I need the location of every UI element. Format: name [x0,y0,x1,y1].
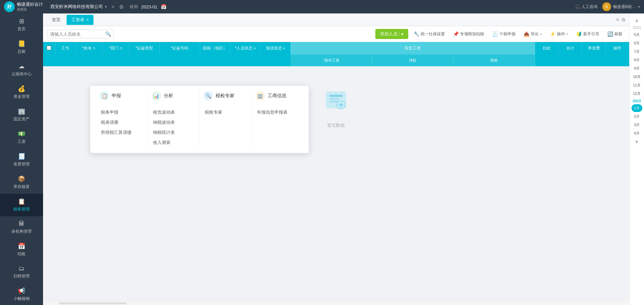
export-icon: 📤 [524,31,529,37]
window-close-button[interactable]: × [616,17,619,23]
month-item-12[interactable]: 12月 [632,90,642,98]
month-item-6[interactable]: 6月 [632,39,642,47]
sidebar-label-invoice: 发票管理 [13,161,30,167]
sidebar-item-inventory[interactable]: 📦 库存核算 [0,171,43,194]
special-deduct-label: 专项附加扣除 [460,31,484,37]
name-sort-icon[interactable]: ⇅ [93,46,96,50]
user-info[interactable]: B 畅捷通B组… ▾ [602,2,640,11]
support-button[interactable]: 🎧 人工咨询 [575,4,598,10]
sidebar-item-close[interactable]: 📅 结账 [0,238,43,261]
company-selector[interactable]: 西安虾米网络科技有限公司 ▾ [50,4,107,10]
dropdown-item-income-calc[interactable]: 收入测算 [152,138,195,148]
th-status: *人员状态 ▾ [230,42,260,54]
th-dept: *部门 ⇅ [102,42,129,54]
tax-report-icon: 🧾 [492,31,498,37]
panel-up-arrow[interactable]: ▲ [633,16,641,24]
dropdown-item-tax-table[interactable]: 税表清册 [100,117,143,127]
refresh-button[interactable]: 🔄 刷新 [605,30,625,39]
sidebar-item-funds[interactable]: 💰 资金管理 [0,81,43,104]
tab-close-icon[interactable]: × [86,17,89,22]
month-item-8[interactable]: 8月 [632,56,642,64]
guide-button[interactable]: 🔰 新手引导 [573,30,602,39]
sidebar-item-cloud[interactable]: ☁ 云报表中心 [0,59,43,81]
month-item-4[interactable]: 4月 [632,129,642,137]
calendar-icon[interactable]: 📅 [161,4,166,9]
month-item-1[interactable]: 1月 [632,104,642,112]
dropdown-item-tax-check-expert[interactable]: 税检专家 [203,107,247,117]
horizontal-scrollbar[interactable] [43,301,629,305]
month-item-10[interactable]: 10月 [632,73,642,81]
main-layout: ⊞ 首页 📒 总账 ☁ 云报表中心 💰 资金管理 🏢 固定资产 💵 工资 🧾 发… [0,13,644,305]
panel-down-arrow[interactable]: ▼ [633,138,641,146]
th-empty-spacer2 [535,54,629,66]
sidebar-label-multi-org: 多机构管理 [11,229,32,234]
special-deduct-button[interactable]: 📌 专项附加扣除 [450,30,487,39]
export-chevron-icon: ▾ [540,32,542,36]
sidebar-item-multi-org[interactable]: 🏛 多机构管理 [0,216,43,238]
send-status-filter-icon[interactable]: ▾ [283,46,285,50]
tab-bar: 首页 工资表 × × ⧉ [43,13,629,26]
app-sub: 旗舰版 [17,7,43,12]
sidebar-item-ledger[interactable]: 📒 总账 [0,36,43,59]
month-item-5[interactable]: 5月 [632,31,642,39]
month-item-7[interactable]: 7月 [632,48,642,55]
assets-icon: 🏢 [18,108,25,115]
add-person-button[interactable]: 添加人员 ▾ [375,29,408,39]
sidebar-item-archive[interactable]: 🗂 归档管理 [0,261,43,283]
dropdown-header-taxcheck: 🔍 税检专家 [203,91,247,103]
taxcheck-title: 税检专家 [216,93,234,99]
month-item-9[interactable]: 9月 [632,65,642,72]
tab-wage-table-label: 工资表 [71,17,84,23]
window-restore-button[interactable]: ⧉ [622,17,625,23]
empty-text: 暂无数据 [327,122,345,128]
month-item-11[interactable]: 11月 [632,81,642,89]
month-item-3[interactable]: 3月 [632,121,642,129]
tab-wage-table[interactable]: 工资表 × [67,15,93,25]
tax-report-button[interactable]: 🧾 个税申报 [490,30,518,39]
shenba-icon: 📋 [100,91,109,101]
dropdown-item-annual-report[interactable]: 年报信息申报表 [256,107,300,117]
shenba-title: 申报 [112,93,121,99]
user-chevron-icon: ▾ [638,5,640,9]
select-all-checkbox[interactable] [47,46,51,50]
dropdown-item-tax-stat[interactable]: 纳税统计表 [152,127,195,138]
guide-label: 新手引导 [583,31,599,37]
table-container: 工号 *姓名 ⇅ *部门 ⇅ *证鉴类型 *证鉴号码 国籍（地区） *人员状态 … [43,42,629,301]
sidebar-label-close: 结账 [17,251,26,257]
sidebar-item-invoice[interactable]: 🧾 发票管理 [0,149,43,171]
social-security-button[interactable]: 🔧 统一社保设置 [411,30,448,39]
tax-icon: 📋 [18,198,25,205]
month-item-2[interactable]: 2月 [632,113,642,120]
th-cert-type: *证鉴类型 [129,42,159,54]
home-icon: ⊞ [19,17,24,25]
dropdown-item-tax-declare[interactable]: 税务申报 [100,107,143,117]
add-company-button[interactable]: ＋ [110,3,116,10]
operations-chevron-icon: ▾ [566,32,568,36]
search-input[interactable] [50,32,104,37]
dept-sort-icon[interactable]: ⇅ [120,46,122,50]
sidebar-item-wage[interactable]: 💵 工资 [0,126,43,149]
sidebar-item-assets[interactable]: 🏢 固定资产 [0,104,43,126]
dropdown-item-income-tax[interactable]: 所得税汇算清缴 [100,127,143,138]
dropdown-item-tax-payment[interactable]: 纳税波动表 [152,117,195,127]
operations-button[interactable]: ⚡ 操作 ▾ [547,30,571,39]
sidebar-item-home[interactable]: ⊞ 首页 [0,13,43,36]
sidebar: ⊞ 首页 📒 总账 ☁ 云报表中心 💰 资金管理 🏢 固定资产 💵 工资 🧾 发… [0,13,43,305]
status-filter-icon[interactable]: ▾ [254,46,256,50]
dropdown-col-bizinfo: 🏢 工商信息 年报信息申报表 [252,91,304,148]
right-panel: ▲ 2023 5月 6月 7月 8月 9月 10月 11月 12月 2023 1… [629,13,644,305]
company-name: 西安虾米网络科技有限公司 [50,4,103,10]
export-button[interactable]: 📤 导出 ▾ [521,30,544,39]
th-allowance: 津贴 [372,54,453,66]
sidebar-item-promo[interactable]: 📢 小畅报销 [0,283,43,305]
empty-icon [323,86,349,118]
dropdown-item-tax-wave[interactable]: 税负波动表 [152,107,195,117]
th-perf: 绩效 [453,54,535,66]
th-checkbox[interactable] [43,42,55,54]
support-label: 人工咨询 [581,4,598,10]
company-settings-icon[interactable]: ⚙ [119,4,124,10]
add-person-chevron-icon: ▾ [399,32,404,37]
tab-home[interactable]: 首页 [47,15,65,25]
sidebar-item-tax[interactable]: 📋 税务管理 [0,194,43,216]
sidebar-label-home: 首页 [17,26,26,32]
